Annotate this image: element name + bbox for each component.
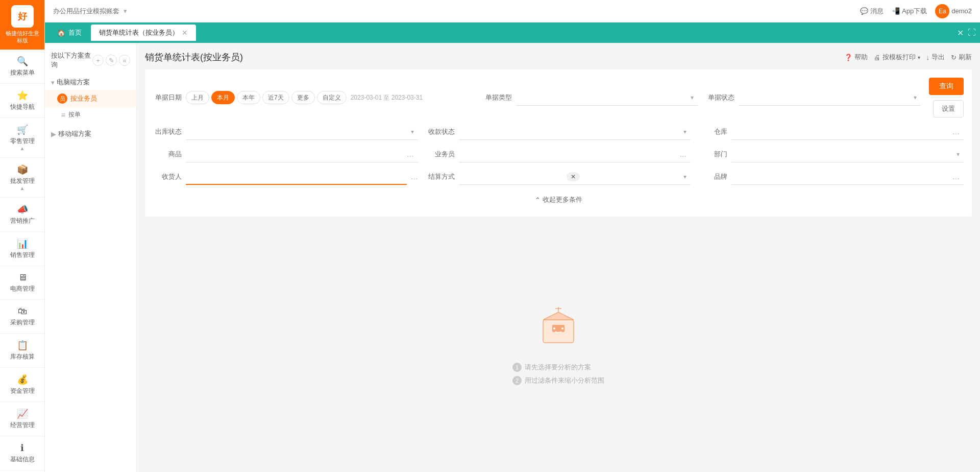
brand-select[interactable]: … bbox=[731, 169, 964, 185]
warehouse-dots-icon: … bbox=[952, 128, 960, 136]
user-profile[interactable]: Ea demo2 bbox=[935, 4, 972, 18]
settlement-select[interactable]: ✕ ▾ bbox=[459, 169, 691, 185]
sidebar-item-ecommerce-label: 电商管理 bbox=[10, 285, 35, 293]
sidebar-item-finance[interactable]: 💰 资金管理 bbox=[0, 368, 44, 402]
tab-maximize-button[interactable]: ⛶ bbox=[968, 28, 976, 37]
date-btn-this-year[interactable]: 本年 bbox=[237, 91, 260, 104]
app-download-button[interactable]: 📲 App下载 bbox=[892, 7, 927, 16]
tabbar: 🏠 首页 销货单统计表（按业务员） ✕ ✕ ⛶ bbox=[45, 22, 980, 43]
receipt-status-label: 收款状态 bbox=[426, 127, 455, 136]
edit-icon: ✎ bbox=[109, 57, 114, 64]
date-btn-custom[interactable]: 自定义 bbox=[317, 91, 347, 104]
pc-scheme-header[interactable]: ▾ 电脑端方案 bbox=[45, 75, 136, 90]
user-name: demo2 bbox=[951, 7, 972, 15]
settlement-clear-badge[interactable]: ✕ bbox=[567, 172, 580, 181]
logo[interactable]: 好 畅捷信好生意 标版 bbox=[0, 0, 44, 50]
department-field: 部门 ▾ bbox=[699, 146, 964, 162]
tip1-text: 请先选择要分析的方案 bbox=[525, 361, 591, 374]
tab-close-icon[interactable]: ✕ bbox=[182, 29, 188, 36]
sidebar-item-operations[interactable]: 📈 经营管理 bbox=[0, 402, 44, 436]
collapse-icon: « bbox=[122, 57, 126, 64]
page-title: 销货单统计表(按业务员) bbox=[145, 51, 243, 63]
print-icon: 🖨 bbox=[874, 54, 880, 61]
consignee-dots-icon: … bbox=[411, 173, 418, 181]
workspace-arrow-icon[interactable]: ▾ bbox=[124, 7, 127, 15]
date-filter-label: 单据日期 bbox=[153, 93, 182, 102]
sidebar-item-search-label: 搜索菜单 bbox=[10, 68, 35, 77]
sidebar-item-marketing[interactable]: 📣 营销推广 bbox=[0, 198, 44, 232]
main-area: 办公用品行业模拟账套 ▾ 💬 消息 📲 App下载 Ea demo2 🏠 首页 … bbox=[45, 0, 980, 472]
goods-label: 商品 bbox=[153, 150, 182, 159]
salesperson-select[interactable]: … bbox=[459, 146, 691, 162]
empty-tips: 1 请先选择要分析的方案 2 用过滤条件来缩小分析范围 bbox=[512, 361, 604, 387]
goods-select[interactable]: … bbox=[186, 146, 418, 162]
svg-marker-1 bbox=[543, 312, 574, 320]
date-btn-more[interactable]: 更多 bbox=[291, 91, 315, 104]
sidebar-item-inventory[interactable]: 📋 库存核算 bbox=[0, 334, 44, 368]
out-status-arrow-icon: ▾ bbox=[411, 128, 414, 135]
filter-row-3: 商品 … 业务员 … 部门 bbox=[153, 146, 964, 162]
order-icon: ≡ bbox=[61, 111, 65, 119]
scheme-item-label: 按业务员 bbox=[70, 94, 97, 103]
empty-tip-1: 1 请先选择要分析的方案 bbox=[512, 361, 604, 374]
date-btn-last-month[interactable]: 上月 bbox=[186, 91, 209, 104]
scheme-item-by-salesperson[interactable]: 员 按业务员 bbox=[45, 90, 136, 107]
sidebar-item-quick[interactable]: ⭐ 快捷导航 bbox=[0, 84, 44, 118]
sidebar-item-purchase[interactable]: 🛍 采购管理 bbox=[0, 300, 44, 334]
date-btn-this-month[interactable]: 本月 bbox=[211, 91, 235, 104]
salesperson-label: 业务员 bbox=[426, 150, 455, 159]
empty-icon bbox=[533, 299, 584, 350]
template-print-button[interactable]: 🖨 按模板打印 ▾ bbox=[874, 53, 920, 62]
basic-icon: ℹ bbox=[20, 442, 24, 454]
consignee-input[interactable] bbox=[186, 169, 407, 185]
query-button[interactable]: 查询 bbox=[929, 78, 964, 95]
warehouse-select[interactable]: … bbox=[731, 124, 964, 140]
out-status-label: 出库状态 bbox=[153, 127, 182, 136]
svg-point-6 bbox=[561, 327, 564, 329]
sidebar-item-finance-label: 资金管理 bbox=[10, 387, 35, 395]
sidebar-item-system[interactable]: ⚙ 系统管理 bbox=[0, 470, 44, 472]
sidebar-item-wholesale[interactable]: 📦 批发管理 ▲ bbox=[0, 158, 44, 198]
filter-actions: 查询 设置 bbox=[929, 78, 964, 117]
date-btn-7days[interactable]: 近7天 bbox=[262, 91, 289, 104]
tab-home[interactable]: 🏠 首页 bbox=[49, 25, 90, 41]
department-arrow-icon: ▾ bbox=[957, 151, 960, 158]
refresh-button[interactable]: ↻ 刷新 bbox=[951, 53, 972, 62]
collapse-panel-button[interactable]: « bbox=[119, 55, 130, 66]
consignee-field: 收货人 … bbox=[153, 169, 418, 185]
collapse-filter-button[interactable]: ⌃ 收起更多条件 bbox=[531, 191, 586, 208]
help-button[interactable]: ❓ 帮助 bbox=[844, 53, 868, 62]
sidebar-item-retail[interactable]: 🛒 零售管理 ▲ bbox=[0, 118, 44, 158]
warehouse-field: 仓库 … bbox=[699, 124, 964, 140]
date-filter-field: 单据日期 上月 本月 本年 近7天 更多 自定义 2023-03-01 至 20… bbox=[153, 91, 475, 104]
scheme-sub-item-by-order[interactable]: ≡ 按单 bbox=[45, 107, 136, 122]
doc-type-select[interactable]: ▾ bbox=[516, 89, 698, 106]
page-title-row: 销货单统计表(按业务员) ❓ 帮助 🖨 按模板打印 ▾ ↓ 导出 bbox=[145, 51, 972, 63]
receipt-status-select[interactable]: ▾ bbox=[459, 124, 691, 140]
edit-scheme-button[interactable]: ✎ bbox=[106, 55, 117, 66]
export-icon: ↓ bbox=[926, 54, 930, 61]
sidebar-item-search[interactable]: 🔍 搜索菜单 bbox=[0, 50, 44, 84]
out-status-select[interactable]: ▾ bbox=[186, 124, 418, 140]
settings-button[interactable]: 设置 bbox=[933, 100, 964, 117]
doc-status-arrow-icon: ▾ bbox=[914, 94, 917, 101]
sidebar-item-ecommerce[interactable]: 🖥 电商管理 bbox=[0, 266, 44, 300]
sidebar-item-purchase-label: 采购管理 bbox=[10, 318, 35, 327]
mobile-scheme-header[interactable]: ▶ 移动端方案 bbox=[45, 126, 136, 141]
doc-status-select[interactable]: ▾ bbox=[739, 89, 921, 106]
refresh-icon: ↻ bbox=[951, 54, 957, 61]
message-button[interactable]: 💬 消息 bbox=[860, 7, 884, 16]
tab-close-window-button[interactable]: ✕ bbox=[957, 28, 964, 38]
export-button[interactable]: ↓ 导出 bbox=[926, 53, 945, 62]
page-title-actions: ❓ 帮助 🖨 按模板打印 ▾ ↓ 导出 ↻ 刷新 bbox=[844, 53, 972, 62]
finance-icon: 💰 bbox=[17, 374, 28, 385]
department-select[interactable]: ▾ bbox=[731, 146, 964, 162]
sidebar-item-basic[interactable]: ℹ 基础信息 bbox=[0, 436, 44, 470]
consignee-label: 收货人 bbox=[153, 172, 182, 181]
tab-report[interactable]: 销货单统计表（按业务员） ✕ bbox=[91, 25, 196, 41]
sidebar-item-sales[interactable]: 📊 销售管理 bbox=[0, 232, 44, 266]
pc-section-arrow-icon: ▾ bbox=[51, 79, 55, 86]
content-area: 按以下方案查询 + ✎ « ▾ 电脑端方案 bbox=[45, 43, 980, 472]
svg-point-5 bbox=[553, 327, 555, 329]
add-scheme-button[interactable]: + bbox=[92, 55, 104, 66]
